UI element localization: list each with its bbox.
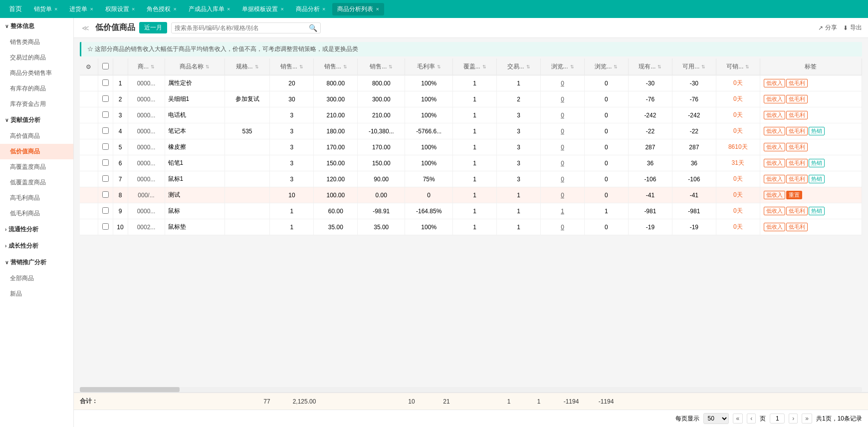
row-checkbox[interactable] xyxy=(102,143,109,150)
sidebar-item-low-value[interactable]: 低价值商品 xyxy=(0,144,73,159)
row-checkbox[interactable] xyxy=(102,191,109,198)
nav-close-icon[interactable]: × xyxy=(172,6,176,12)
browse1-link[interactable]: 0 xyxy=(561,128,564,135)
per-page-select[interactable]: 50 100 200 xyxy=(703,413,729,424)
sale-price-column-header[interactable]: 销售...⇅ xyxy=(314,58,358,75)
nav-close-icon[interactable]: × xyxy=(88,6,93,12)
search-icon[interactable]: 🔍 xyxy=(309,24,317,32)
sidebar-item-stocked-products[interactable]: 有库存的商品 xyxy=(0,81,73,96)
sidebar-collapse-button[interactable]: ≪ xyxy=(80,24,91,32)
sidebar-item-category-sales-rate[interactable]: 商品分类销售率 xyxy=(0,65,73,81)
saleable-column-header[interactable]: 可销...⇅ xyxy=(716,58,760,75)
select-all-checkbox[interactable] xyxy=(102,63,109,69)
nav-role-auth[interactable]: 角色授权 × xyxy=(142,3,181,15)
row-checkbox[interactable] xyxy=(102,95,109,102)
sidebar-group-overall[interactable]: ∨ 整体信息 xyxy=(0,18,73,34)
nav-product-analysis-list[interactable]: 商品分析列表 × xyxy=(332,3,384,15)
row-checkbox-cell[interactable] xyxy=(98,123,113,139)
nav-close-icon[interactable]: × xyxy=(374,6,379,12)
row-checkbox[interactable] xyxy=(102,111,109,118)
row-browse1-cell[interactable]: 0 xyxy=(541,139,585,155)
row-browse1-cell[interactable]: 0 xyxy=(541,219,585,235)
browse1-link[interactable]: 0 xyxy=(561,160,564,167)
last-page-button[interactable]: » xyxy=(802,414,812,424)
browse1-column-header[interactable]: 浏览...⇅ xyxy=(541,58,585,75)
row-browse1-cell[interactable]: 0 xyxy=(541,155,585,171)
settings-icon[interactable]: ⚙ xyxy=(86,63,91,70)
row-browse1-cell[interactable]: 0 xyxy=(541,107,585,123)
nav-close-icon[interactable]: × xyxy=(130,6,135,12)
filter-recent-month-button[interactable]: 近一月 xyxy=(139,22,167,33)
sidebar-item-high-coverage[interactable]: 高覆盖度商品 xyxy=(0,159,73,175)
nav-purchase-order[interactable]: 进货单 × xyxy=(64,3,98,15)
row-checkbox-cell[interactable] xyxy=(98,219,113,235)
horizontal-scrollbar[interactable] xyxy=(80,387,862,392)
nav-product-analysis[interactable]: 商品分析 × xyxy=(291,3,330,15)
sale-amount-column-header[interactable]: 销售...⇅ xyxy=(358,58,405,75)
browse1-link[interactable]: 0 xyxy=(561,80,564,87)
row-browse1-cell[interactable]: 0 xyxy=(541,187,585,203)
current-column-header[interactable]: 现有...⇅ xyxy=(628,58,672,75)
row-browse1-cell[interactable]: 1 xyxy=(541,203,585,219)
first-page-button[interactable]: « xyxy=(733,414,743,424)
sidebar-item-inventory-capital[interactable]: 库存资金占用 xyxy=(0,96,73,112)
code-column-header[interactable]: 商...⇅ xyxy=(128,58,165,75)
sidebar-item-new-products[interactable]: 新品 xyxy=(0,286,73,302)
browse2-column-header[interactable]: 浏览...⇅ xyxy=(584,58,628,75)
browse1-link[interactable]: 0 xyxy=(561,224,564,231)
row-browse1-cell[interactable]: 0 xyxy=(541,171,585,187)
trade-column-header[interactable]: 交易...⇅ xyxy=(497,58,541,75)
sidebar-group-growth[interactable]: › 成长性分析 xyxy=(0,238,73,254)
sidebar-item-high-margin[interactable]: 高毛利商品 xyxy=(0,190,73,206)
row-checkbox[interactable] xyxy=(102,127,109,134)
row-browse1-cell[interactable]: 0 xyxy=(541,75,585,91)
search-input[interactable] xyxy=(175,24,309,31)
row-checkbox-cell[interactable] xyxy=(98,187,113,203)
settings-column-header[interactable]: ⚙ xyxy=(80,58,98,75)
sidebar-group-circulation[interactable]: › 流通性分析 xyxy=(0,221,73,238)
next-page-button[interactable]: › xyxy=(789,414,798,424)
row-checkbox[interactable] xyxy=(102,159,109,166)
available-column-header[interactable]: 可用...⇅ xyxy=(672,58,716,75)
row-checkbox[interactable] xyxy=(102,207,109,214)
nav-finished-goods[interactable]: 产成品入库单 × xyxy=(184,3,235,15)
gross-margin-column-header[interactable]: 毛利率⇅ xyxy=(405,58,453,75)
row-checkbox[interactable] xyxy=(102,223,109,230)
nav-sales-order[interactable]: 销货单 × xyxy=(29,3,62,15)
nav-permission-settings[interactable]: 权限设置 × xyxy=(100,3,140,15)
row-checkbox-cell[interactable] xyxy=(98,203,113,219)
coverage-column-header[interactable]: 覆盖...⇅ xyxy=(453,58,497,75)
share-button[interactable]: ↗ 分享 xyxy=(818,23,837,32)
export-button[interactable]: ⬇ 导出 xyxy=(843,23,862,32)
row-checkbox[interactable] xyxy=(102,79,109,86)
browse1-link[interactable]: 0 xyxy=(561,112,564,119)
nav-close-icon[interactable]: × xyxy=(225,6,230,12)
row-browse1-cell[interactable]: 0 xyxy=(541,91,585,107)
row-checkbox[interactable] xyxy=(102,175,109,182)
row-checkbox-cell[interactable] xyxy=(98,139,113,155)
page-number-input[interactable] xyxy=(770,414,785,424)
row-checkbox-cell[interactable] xyxy=(98,75,113,91)
checkbox-column-header[interactable] xyxy=(98,58,113,75)
name-column-header[interactable]: 商品名称⇅ xyxy=(165,58,224,75)
browse1-link[interactable]: 0 xyxy=(561,144,564,151)
nav-template-settings[interactable]: 单据模板设置 × xyxy=(237,3,288,15)
sidebar-item-high-value[interactable]: 高价值商品 xyxy=(0,128,73,144)
sale-qty-column-header[interactable]: 销售...⇅ xyxy=(270,58,314,75)
sidebar-item-low-margin[interactable]: 低毛利商品 xyxy=(0,206,73,221)
nav-close-icon[interactable]: × xyxy=(321,6,325,12)
browse1-link[interactable]: 0 xyxy=(561,192,564,199)
browse1-link[interactable]: 0 xyxy=(561,96,564,103)
sidebar-group-contribution[interactable]: ∨ 贡献值分析 xyxy=(0,112,73,128)
sidebar-item-all-products[interactable]: 全部商品 xyxy=(0,271,73,286)
browse1-link[interactable]: 0 xyxy=(561,176,564,183)
nav-home[interactable]: 首页 xyxy=(4,2,27,15)
row-browse1-cell[interactable]: 0 xyxy=(541,123,585,139)
nav-close-icon[interactable]: × xyxy=(53,6,57,12)
row-checkbox-cell[interactable] xyxy=(98,155,113,171)
sidebar-item-traded-products[interactable]: 交易过的商品 xyxy=(0,50,73,65)
prev-page-button[interactable]: ‹ xyxy=(747,414,756,424)
sidebar-item-low-coverage[interactable]: 低覆盖度商品 xyxy=(0,175,73,190)
row-checkbox-cell[interactable] xyxy=(98,91,113,107)
sidebar-item-sales-products[interactable]: 销售类商品 xyxy=(0,34,73,50)
